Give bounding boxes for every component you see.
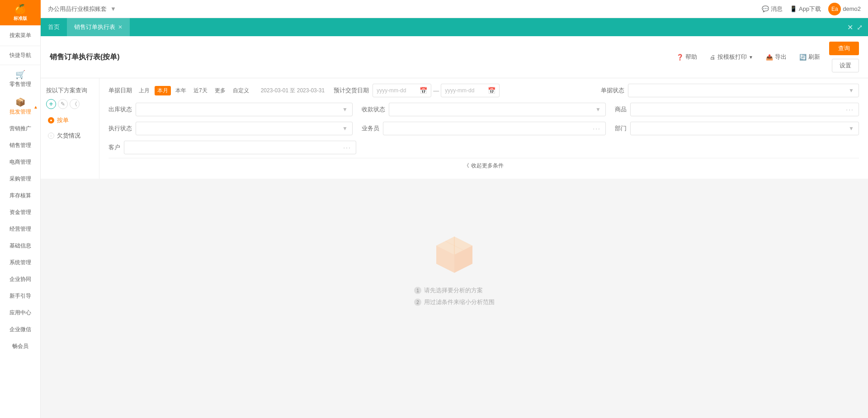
expected-date-start-placeholder: yyyy-mm-dd (377, 87, 406, 94)
date-tab-more[interactable]: 更多 (212, 86, 228, 95)
dept-group: 部门 ▼ (615, 122, 859, 135)
customer-more-icon: ··· (343, 144, 351, 151)
sidebar-item-wxwork[interactable]: 企业微信 (0, 321, 40, 338)
sub-sidebar: 按以下方案查询 + ✎ 《 ● 按单 ○ 欠货情况 (41, 78, 99, 179)
customer-input[interactable]: ··· (124, 141, 356, 154)
date-tab-custom[interactable]: 自定义 (230, 86, 252, 95)
date-tabs-group: 上月 本月 本年 近7天 更多 自定义 (136, 86, 252, 96)
wholesale-icon: 📦 (15, 97, 25, 107)
salesperson-input[interactable]: ··· (383, 122, 606, 135)
tab-expand-btn[interactable]: ⤢ (857, 23, 863, 32)
tab-sales-table-label: 销售订单执行表 (74, 23, 115, 31)
sidebar-item-marketing[interactable]: 营销推广 (0, 120, 40, 137)
receive-status-dropdown-icon: ▼ (595, 106, 601, 113)
user-info[interactable]: Ea demo2 (828, 3, 861, 15)
sub-item-arrears-label: 欠货情况 (57, 132, 80, 140)
sidebar-item-member[interactable]: 畅会员 (0, 338, 40, 355)
collapse-btn[interactable]: 《 收起更多条件 (464, 162, 504, 170)
dept-select[interactable]: ▼ (630, 122, 859, 135)
messages-btn[interactable]: 💬 消息 (762, 5, 783, 13)
chevron-up-icon: ▲ (33, 104, 38, 109)
scheme-collapse-btn[interactable]: 《 (70, 99, 80, 109)
empty-state: 1 请先选择要分析的方案 2 用过滤条件来缩小分析范围 (41, 179, 868, 360)
expected-date-end[interactable]: yyyy-mm-dd 📅 (441, 84, 500, 97)
date-field-group: 单据日期 上月 本月 本年 近7天 更多 自定义 (108, 86, 252, 96)
query-button[interactable]: 查询 (829, 42, 859, 55)
sidebar-item-basic[interactable]: 基础信息 (0, 238, 40, 254)
sidebar-item-wholesale[interactable]: 📦 批发管理 ▲ (0, 93, 40, 120)
exec-status-group: 执行状态 ▼ (108, 122, 353, 135)
date-sep: — (433, 87, 439, 94)
sidebar-item-newbie[interactable]: 新手引导 (0, 288, 40, 304)
expected-date-end-placeholder: yyyy-mm-dd (445, 87, 474, 94)
user-avatar: Ea (828, 3, 841, 15)
sidebar-item-finance-label: 资金管理 (9, 209, 31, 216)
exec-status-select[interactable]: ▼ (136, 122, 353, 135)
bill-status-label: 单据状态 (601, 86, 624, 95)
scheme-label: 按以下方案查询 (46, 86, 87, 95)
tab-home[interactable]: 首页 (41, 18, 67, 36)
refresh-btn[interactable]: 🔄 刷新 (796, 51, 824, 63)
salesperson-group: 业务员 ··· (362, 122, 606, 135)
scheme-action-buttons: + ✎ 《 (41, 97, 99, 113)
tab-close-icon[interactable]: ✕ (118, 24, 123, 30)
date-tab-thisyear[interactable]: 本年 (173, 86, 189, 95)
customer-label: 客户 (108, 143, 120, 152)
empty-text-line1: 1 请先选择要分析的方案 (414, 286, 495, 294)
sub-item-byorder-dot: ● (50, 118, 52, 123)
sidebar-item-purchase[interactable]: 采购管理 (0, 171, 40, 187)
settings-button[interactable]: 设置 (832, 59, 859, 72)
customer-group: 客户 ··· (108, 141, 356, 154)
sidebar-item-appstore[interactable]: 应用中心 (0, 304, 40, 321)
sidebar-item-sales[interactable]: 销售管理 (0, 137, 40, 154)
print-btn[interactable]: 🖨 按模板打印 ▼ (706, 51, 757, 63)
topbar-dropdown-icon[interactable]: ▼ (110, 5, 116, 12)
sidebar-item-retail[interactable]: 🛒 零售管理 (0, 65, 40, 93)
sidebar-item-inventory[interactable]: 库存核算 (0, 187, 40, 204)
page-header-actions: ❓ 帮助 🖨 按模板打印 ▼ 📤 导出 🔄 刷新 查询 (673, 42, 859, 72)
out-status-select[interactable]: ▼ (136, 103, 353, 116)
tab-close-window-btn[interactable]: ✕ (847, 23, 853, 32)
step1-icon: 1 (414, 287, 421, 294)
export-btn[interactable]: 📤 导出 (762, 51, 790, 63)
export-icon: 📤 (766, 54, 773, 61)
sidebar-item-ecommerce-label: 电商管理 (9, 158, 31, 166)
print-icon: 🖨 (710, 54, 716, 61)
sub-item-arrears[interactable]: ○ 欠货情况 (41, 128, 99, 143)
bill-status-dropdown-icon: ▼ (849, 87, 854, 94)
expected-date-start[interactable]: yyyy-mm-dd 📅 (373, 84, 431, 97)
goods-input[interactable]: ··· (630, 103, 859, 116)
sidebar-item-system[interactable]: 系统管理 (0, 254, 40, 271)
bill-status-select[interactable]: ▼ (628, 84, 859, 97)
out-status-group: 出库状态 ▼ (108, 103, 353, 116)
calendar-icon-start: 📅 (420, 87, 427, 94)
scheme-header: 按以下方案查询 (41, 84, 99, 97)
sidebar-item-retail-label: 零售管理 (9, 81, 31, 88)
sidebar-item-sales-label: 销售管理 (9, 142, 31, 149)
scheme-add-btn[interactable]: + (46, 99, 56, 109)
sidebar-item-enterprise[interactable]: 企业协同 (0, 271, 40, 288)
sidebar-item-finance[interactable]: 资金管理 (0, 204, 40, 221)
sidebar-item-operation[interactable]: 经营管理 (0, 221, 40, 238)
collapse-bar: 《 收起更多条件 (108, 158, 859, 173)
goods-group: 商品 ··· (615, 103, 859, 116)
tab-sales-table[interactable]: 销售订单执行表 ✕ (67, 18, 130, 36)
topbar-left: 办公用品行业模拟账套 ▼ (48, 5, 116, 13)
app-download-btn[interactable]: 📱 App下载 (790, 5, 821, 13)
date-tab-lastmonth[interactable]: 上月 (136, 86, 153, 96)
receive-status-group: 收款状态 ▼ (362, 103, 606, 116)
tab-home-label: 首页 (48, 23, 60, 31)
date-tab-last7[interactable]: 近7天 (191, 86, 210, 95)
topbar-title: 办公用品行业模拟账套 (48, 5, 107, 13)
receive-status-select[interactable]: ▼ (389, 103, 606, 116)
search-menu-container[interactable]: 搜索菜单 (0, 25, 41, 46)
quick-nav-container[interactable]: 快捷导航 (0, 46, 41, 65)
date-tab-thismonth[interactable]: 本月 (155, 86, 171, 95)
out-status-label: 出库状态 (108, 105, 132, 114)
message-icon: 💬 (762, 5, 769, 12)
help-btn[interactable]: ❓ 帮助 (673, 51, 701, 63)
topbar-right: 💬 消息 📱 App下载 Ea demo2 (762, 3, 861, 15)
scheme-edit-btn[interactable]: ✎ (58, 99, 68, 109)
sidebar-item-ecommerce[interactable]: 电商管理 (0, 154, 40, 171)
sub-item-byorder[interactable]: ● 按单 (41, 113, 99, 128)
